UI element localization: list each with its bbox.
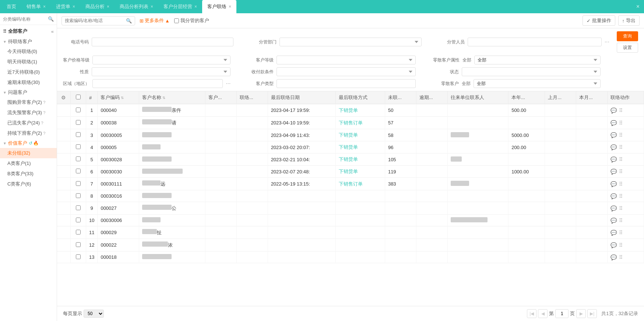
more-icon[interactable]: ⠿: [619, 181, 623, 187]
reset-btn[interactable]: 设置: [617, 43, 638, 53]
row-checkbox[interactable]: [76, 181, 81, 186]
more-icon[interactable]: ⠿: [619, 205, 623, 211]
sidebar-all-customers[interactable]: ⠿ 全部客户 «: [0, 25, 57, 37]
tab-home[interactable]: 首页: [1, 0, 21, 13]
th-unit-contact[interactable]: 往来单位联系人: [447, 91, 508, 104]
more-icon[interactable]: ⠿: [619, 193, 623, 199]
chat-icon[interactable]: 💬: [610, 218, 617, 223]
th-this-month[interactable]: 本月...: [576, 91, 608, 104]
th-customer-type[interactable]: 客户...: [205, 91, 236, 104]
region-more-icon[interactable]: ···: [226, 80, 230, 87]
th-code[interactable]: 客户编码: [98, 91, 139, 104]
sidebar-item-ungrouped[interactable]: 未分组(32): [0, 148, 57, 158]
customer-type-input[interactable]: [277, 79, 415, 88]
sidebar-item-tomorrow[interactable]: 明天待联络(1): [0, 57, 57, 67]
phone-input[interactable]: [92, 38, 233, 46]
sidebar-item-declining[interactable]: 持续下滑客户(2) ?: [0, 128, 57, 138]
td-last-contact-method-link[interactable]: 下销货单: [339, 169, 358, 174]
tab-customer-contact[interactable]: 客户联络 ×: [202, 0, 236, 13]
td-last-contact-method-link[interactable]: 下销售订单: [339, 181, 363, 187]
sidebar-item-today[interactable]: 今天待联络(0): [0, 46, 57, 57]
batch-operation-btn[interactable]: ✓ 批量操作: [583, 15, 615, 26]
more-icon[interactable]: ⠿: [619, 120, 623, 126]
tab-customer-segmentation[interactable]: 客户分层经营 ×: [158, 0, 202, 13]
more-icon[interactable]: ⠿: [619, 254, 623, 260]
tab-close-sales[interactable]: ×: [43, 4, 46, 9]
chat-icon[interactable]: 💬: [610, 120, 617, 126]
row-checkbox[interactable]: [76, 218, 81, 222]
sidebar-item-warning[interactable]: 流失预警客户(3) ?: [0, 107, 57, 118]
chat-icon[interactable]: 💬: [610, 169, 617, 174]
sidebar-item-overdue[interactable]: 逾期未联络(30): [0, 77, 57, 88]
td-last-contact-method-link[interactable]: 下销货单: [339, 144, 358, 150]
row-checkbox[interactable]: [76, 205, 81, 210]
chat-icon[interactable]: 💬: [610, 193, 617, 199]
sidebar-item-class-b[interactable]: B类客户(33): [0, 169, 57, 179]
row-checkbox[interactable]: [76, 169, 81, 173]
refresh-icon[interactable]: ↺: [29, 141, 32, 146]
chat-icon[interactable]: 💬: [610, 132, 617, 138]
sidebar-search-input[interactable]: [3, 17, 46, 22]
tab-close-product-analysis[interactable]: ×: [107, 4, 109, 9]
row-checkbox[interactable]: [76, 107, 81, 112]
row-checkbox[interactable]: [76, 254, 81, 259]
region-input[interactable]: [92, 79, 223, 88]
export-btn[interactable]: ↑ 导出: [618, 15, 640, 26]
more-icon[interactable]: ⠿: [619, 169, 623, 174]
th-overdue[interactable]: 逾期...: [416, 91, 447, 104]
zero-retail-attr-select[interactable]: 全部: [474, 56, 601, 64]
tab-close-purchase[interactable]: ×: [73, 4, 75, 9]
sidebar-group-pending[interactable]: ▼ 待联络客户: [0, 37, 57, 46]
more-icon[interactable]: ⠿: [619, 144, 623, 150]
sidebar-group-problem[interactable]: ▼ 问题客户: [0, 88, 57, 97]
th-this-year[interactable]: 本年...: [508, 91, 545, 104]
tab-product-analysis-list[interactable]: 商品分析列表 ×: [115, 0, 158, 13]
more-icon[interactable]: ⠿: [619, 242, 623, 248]
tab-close-customer-segmentation[interactable]: ×: [194, 4, 197, 9]
chat-icon[interactable]: 💬: [610, 205, 617, 211]
nature-select[interactable]: [92, 67, 230, 76]
next-page-btn[interactable]: ▶: [576, 309, 586, 318]
first-page-btn[interactable]: |◀: [527, 309, 536, 318]
sidebar-item-7days[interactable]: 近7天待联络(0): [0, 67, 57, 77]
customer-level-select[interactable]: [277, 56, 415, 64]
more-icon[interactable]: ⠿: [619, 218, 623, 223]
th-last-contact-method[interactable]: 最后联络方式: [335, 91, 385, 104]
person-more-icon[interactable]: ···: [605, 39, 609, 45]
th-last-contact-date[interactable]: 最后联络日期: [268, 91, 335, 104]
page-number-input[interactable]: [555, 309, 569, 318]
chat-icon[interactable]: 💬: [610, 242, 617, 248]
last-page-btn[interactable]: ▶|: [587, 309, 597, 318]
td-last-contact-method-link[interactable]: 下销货单: [339, 107, 358, 113]
row-checkbox[interactable]: [76, 120, 81, 125]
row-checkbox[interactable]: [76, 242, 81, 247]
chat-icon[interactable]: 💬: [610, 181, 617, 187]
status-select[interactable]: [462, 67, 601, 76]
sidebar-item-lost[interactable]: 已流失客户(24) ?: [0, 118, 57, 128]
query-btn[interactable]: 查询: [617, 31, 638, 41]
more-icon[interactable]: ⠿: [619, 156, 623, 162]
tab-purchase[interactable]: 进货单 ×: [51, 0, 80, 13]
person-input[interactable]: [468, 38, 602, 46]
tab-bar-close-btn[interactable]: ×: [636, 3, 643, 10]
prev-page-btn[interactable]: ◀: [538, 309, 548, 318]
select-all-checkbox[interactable]: [76, 95, 81, 99]
price-level-select[interactable]: [92, 56, 230, 64]
more-icon[interactable]: ⠿: [619, 132, 623, 138]
row-checkbox[interactable]: [76, 230, 81, 234]
zero-retail-select[interactable]: 全部: [474, 79, 601, 88]
td-last-contact-method-link[interactable]: 下销售订单: [339, 120, 363, 126]
row-checkbox[interactable]: [76, 156, 81, 161]
th-un-contact[interactable]: 未联...: [385, 91, 416, 104]
row-checkbox[interactable]: [76, 193, 81, 198]
td-last-contact-method-link[interactable]: 下销货单: [339, 156, 358, 162]
chat-icon[interactable]: 💬: [610, 254, 617, 260]
table-settings-icon[interactable]: ⚙: [61, 95, 66, 100]
dept-select[interactable]: [279, 38, 421, 46]
tab-close-product-analysis-list[interactable]: ×: [151, 4, 153, 9]
main-search-input[interactable]: [65, 18, 126, 23]
td-last-contact-method-link[interactable]: 下销货单: [339, 132, 358, 138]
payment-select[interactable]: [277, 67, 415, 76]
sidebar-item-abnormal[interactable]: 囤购异常客户(2) ?: [0, 97, 57, 107]
tab-product-analysis[interactable]: 商品分析 ×: [80, 0, 115, 13]
